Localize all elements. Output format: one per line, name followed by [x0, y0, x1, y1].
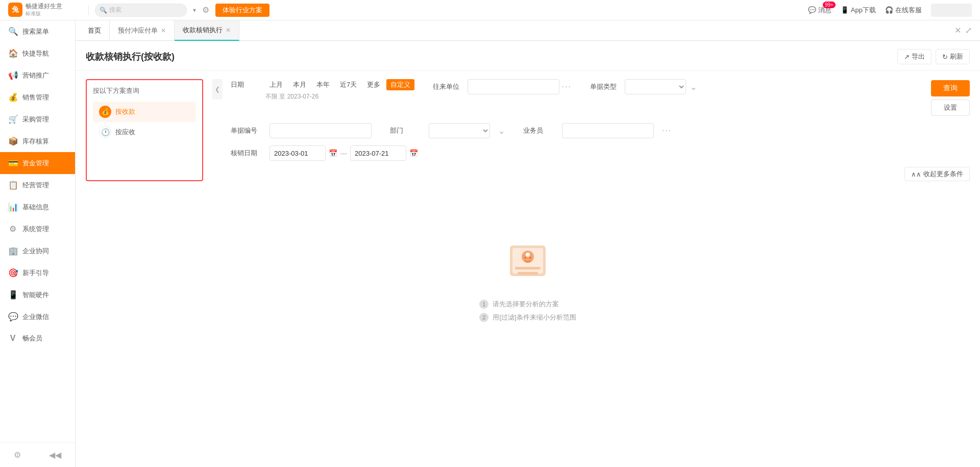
sidebar-item-vip[interactable]: V 畅会员	[0, 328, 75, 349]
sidebar-label-enterprise: 企业协同	[22, 247, 49, 256]
date-options: 上月 本月 本年 近7天 更多 自定义	[265, 79, 414, 90]
sidebar-item-guide[interactable]: 🎯 新手引导	[0, 262, 75, 284]
dept-expand-icon[interactable]: ⌄	[498, 126, 505, 136]
sidebar-item-hardware[interactable]: 📱 智能硬件	[0, 284, 75, 306]
hint-num-1: 1	[479, 300, 488, 309]
writeoff-date-label: 核销日期	[231, 149, 261, 158]
dropdown-icon[interactable]: ▾	[193, 7, 196, 14]
this-year-btn[interactable]: 本年	[312, 79, 334, 90]
messages-badge: 99+	[823, 2, 836, 8]
staff-input[interactable]	[562, 123, 654, 138]
sidebar-item-basic-info[interactable]: 📊 基础信息	[0, 196, 75, 218]
tab-receipt-writeoff[interactable]: 收款核销执行 ✕	[175, 20, 239, 41]
messages-btn[interactable]: 💬 消息 99+	[808, 6, 831, 15]
industry-btn[interactable]: 体验行业方案	[215, 4, 270, 17]
sales-icon: 💰	[8, 92, 17, 102]
sidebar-label-vip: 畅会员	[22, 334, 42, 343]
sidebar-label-marketing: 营销推广	[22, 71, 49, 80]
sidebar-collapse-icon[interactable]: ◀◀	[46, 447, 64, 463]
filter-by-receipt[interactable]: 💰 按收款	[93, 102, 196, 122]
filter-right: 日期 上月 本月 本年 近7天 更多 自定义	[231, 79, 970, 181]
dept-select[interactable]	[429, 123, 490, 138]
user-avatar[interactable]	[931, 4, 972, 17]
sidebar-item-quick-nav[interactable]: 🏠 快捷导航	[0, 42, 75, 64]
staff-label: 业务员	[523, 126, 554, 135]
sidebar-settings-icon[interactable]: ⚙	[11, 447, 24, 463]
refresh-btn[interactable]: ↻ 刷新	[936, 49, 970, 64]
basic-info-icon: 📊	[8, 202, 17, 212]
tab-maximize-btn[interactable]: ⤢	[965, 26, 972, 35]
sidebar-item-operations[interactable]: 📋 经营管理	[0, 174, 75, 196]
filter-panel-collapse-btn[interactable]: ❮	[212, 79, 223, 100]
tabbar: 首页 预付冲应付单 ✕ 收款核销执行 ✕ ✕ ⤢	[76, 20, 980, 41]
doc-num-input[interactable]	[270, 123, 372, 138]
filter-by-receivable[interactable]: 🕐 按应收	[93, 122, 196, 142]
empty-hint-2: 2 用[过滤]条件来缩小分析范围	[479, 313, 576, 322]
page-header: 收款核销执行(按收款) ↗ 导出 ↻ 刷新	[76, 41, 980, 71]
sidebar-item-marketing[interactable]: 📢 营销推广	[0, 64, 75, 86]
this-month-btn[interactable]: 本月	[289, 79, 310, 90]
tab-home-label: 首页	[88, 26, 101, 35]
writeoff-end-date[interactable]	[350, 145, 406, 161]
sidebar: 🔍 搜索菜单 🏠 快捷导航 📢 营销推广 💰 销售管理 🛒 采购管理 📦 库存核…	[0, 20, 76, 467]
system-icon: ⚙	[8, 224, 17, 234]
prev-month-btn[interactable]: 上月	[265, 79, 287, 90]
online-service-btn[interactable]: 🎧 在线客服	[885, 6, 922, 15]
app-download-btn[interactable]: 📱 App下载	[841, 6, 876, 15]
online-service-label: 在线客服	[895, 6, 922, 15]
sidebar-label-operations: 经营管理	[22, 181, 49, 190]
sidebar-item-finance[interactable]: 💳 资金管理	[0, 152, 75, 174]
logo-icon: 兔	[8, 3, 22, 17]
setting-btn[interactable]: 设置	[931, 100, 970, 116]
sidebar-item-enterprise[interactable]: 🏢 企业协同	[0, 240, 75, 262]
custom-btn[interactable]: 自定义	[386, 79, 414, 90]
enterprise-icon: 🏢	[8, 246, 17, 256]
wechat-icon: 💬	[8, 312, 17, 322]
empty-hints: 1 请先选择要分析的方案 2 用[过滤]条件来缩小分析范围	[479, 300, 576, 322]
collapse-more-btn[interactable]: ∧∧ 收起更多条件	[904, 167, 970, 181]
settings-icon[interactable]: ⚙	[202, 5, 209, 15]
page-header-actions: ↗ 导出 ↻ 刷新	[897, 49, 970, 64]
svg-point-6	[524, 257, 526, 259]
tab-window-controls: ✕ ⤢	[950, 26, 976, 35]
operations-icon: 📋	[8, 180, 17, 190]
calendar-start-icon[interactable]: 📅	[329, 149, 337, 157]
tab-prepay-orders[interactable]: 预付冲应付单 ✕	[110, 20, 175, 41]
date-separator: —	[340, 150, 347, 157]
topbar-divider	[88, 5, 89, 15]
7days-btn[interactable]: 近7天	[336, 79, 361, 90]
partner-ellipsis[interactable]: ···	[561, 82, 571, 91]
calendar-end-icon[interactable]: 📅	[409, 149, 418, 157]
sidebar-item-inventory[interactable]: 📦 库存核算	[0, 130, 75, 152]
doc-type-select[interactable]	[625, 79, 686, 94]
writeoff-start-date[interactable]	[270, 145, 326, 161]
doc-num-label: 单据编号	[231, 126, 261, 135]
sidebar-item-system[interactable]: ⚙ 系统管理	[0, 218, 75, 240]
sidebar-label-finance: 资金管理	[22, 159, 49, 168]
sidebar-item-wechat[interactable]: 💬 企业微信	[0, 306, 75, 328]
tab-receipt-close[interactable]: ✕	[226, 27, 231, 34]
tab-close-btn[interactable]: ✕	[954, 26, 961, 35]
filter-by-receivable-label: 按应收	[115, 128, 135, 137]
sidebar-item-sales[interactable]: 💰 销售管理	[0, 86, 75, 108]
tab-prepay-close[interactable]: ✕	[161, 27, 166, 34]
sidebar-bottom: ⚙ ◀◀	[0, 443, 75, 467]
headset-icon: 🎧	[885, 6, 893, 14]
empty-state: 1 请先选择要分析的方案 2 用[过滤]条件来缩小分析范围	[76, 189, 980, 363]
tab-home[interactable]: 首页	[80, 20, 110, 41]
partner-input[interactable]	[468, 79, 559, 94]
receipt-icon: 💰	[99, 106, 111, 118]
marketing-icon: 📢	[8, 70, 17, 80]
partner-container: ···	[468, 79, 571, 94]
sidebar-item-search-menu[interactable]: 🔍 搜索菜单	[0, 20, 75, 42]
doc-type-expand-icon[interactable]: ⌄	[690, 82, 697, 92]
sidebar-label-hardware: 智能硬件	[22, 290, 49, 300]
topbar-search[interactable]: 🔍 搜索	[95, 4, 187, 17]
more-btn[interactable]: 更多	[363, 79, 384, 90]
staff-ellipsis[interactable]: ···	[662, 126, 672, 135]
refresh-icon: ↻	[942, 53, 948, 61]
export-btn[interactable]: ↗ 导出	[897, 49, 932, 64]
filter-panel-title: 按以下方案查询	[93, 86, 196, 95]
sidebar-item-purchase[interactable]: 🛒 采购管理	[0, 108, 75, 130]
query-btn[interactable]: 查询	[931, 80, 970, 96]
